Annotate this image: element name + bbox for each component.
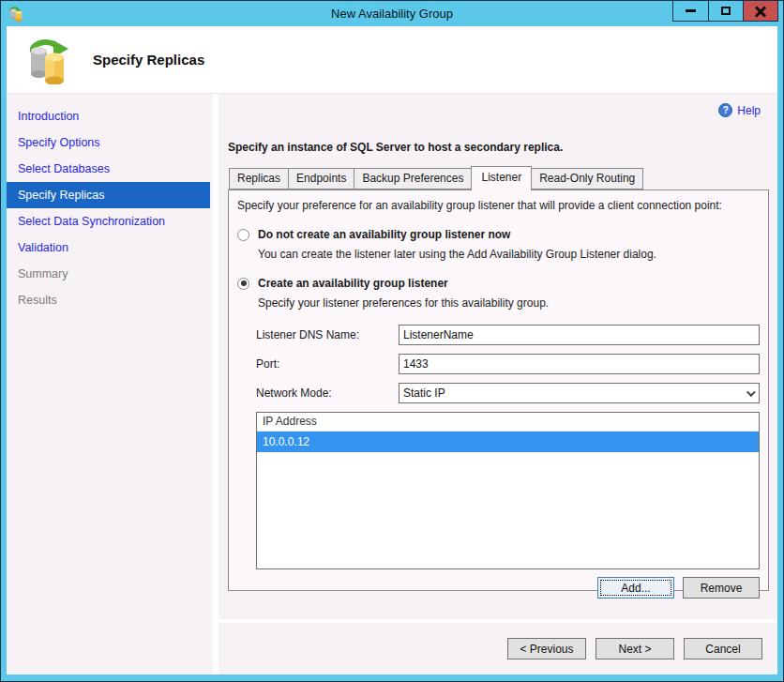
port-row: Port: (256, 354, 760, 374)
sidebar-item-introduction[interactable]: Introduction (7, 103, 213, 129)
sidebar-item-specify-options[interactable]: Specify Options (7, 129, 213, 156)
maximize-button[interactable] (708, 1, 743, 21)
tab-listener[interactable]: Listener (471, 166, 532, 190)
ip-list-buttons: Add... Remove (237, 577, 760, 599)
help-icon: ? (718, 103, 732, 117)
radio-create-listener-description: Specify your listener preferences for th… (258, 296, 760, 310)
wizard-body: Introduction Specify Options Select Data… (7, 94, 777, 674)
new-availability-group-window: New Availability Group Specify Replicas (0, 0, 784, 682)
radio-no-listener-description: You can create the listener later using … (258, 248, 760, 261)
window-title: New Availability Group (7, 7, 777, 21)
maximize-icon (721, 7, 731, 15)
ip-address-column-header: IP Address (257, 413, 759, 432)
add-button[interactable]: Add... (597, 577, 674, 599)
wizard-header: Specify Replicas (7, 26, 777, 94)
minimize-button[interactable] (673, 1, 708, 21)
page-title: Specify Replicas (93, 52, 204, 68)
sidebar-item-select-data-synchronization[interactable]: Select Data Synchronization (7, 208, 213, 235)
footer: < Previous Next > Cancel (219, 623, 777, 674)
window-controls (672, 0, 778, 22)
dns-name-label: Listener DNS Name: (256, 328, 399, 341)
port-input[interactable] (399, 354, 760, 374)
tab-replicas[interactable]: Replicas (229, 168, 289, 189)
listener-tab-panel: Specify your preference for an availabil… (228, 189, 769, 591)
radio-no-listener-label: Do not create an availability group list… (258, 228, 510, 241)
dns-name-input[interactable] (399, 325, 760, 345)
network-mode-select[interactable]: Static IP (399, 383, 760, 403)
titlebar: New Availability Group (7, 1, 777, 26)
listener-form: Listener DNS Name: Port: Network Mode: (256, 325, 760, 403)
sidebar-item-specify-replicas[interactable]: Specify Replicas (7, 182, 210, 208)
tab-strip: Replicas Endpoints Backup Preferences Li… (228, 166, 769, 189)
close-button[interactable] (743, 1, 777, 21)
radio-create-listener-label: Create an availability group listener (258, 277, 448, 290)
close-icon (755, 6, 766, 17)
help-link[interactable]: ? Help (718, 103, 761, 117)
network-mode-label: Network Mode: (256, 386, 399, 400)
instruction-text: Specify an instance of SQL Server to hos… (228, 141, 769, 154)
radio-row-no-listener[interactable]: Do not create an availability group list… (237, 228, 760, 241)
tab-read-only-routing[interactable]: Read-Only Routing (532, 168, 643, 189)
sidebar-item-select-databases[interactable]: Select Databases (7, 156, 213, 182)
port-label: Port: (256, 357, 399, 371)
radio-row-create-listener[interactable]: Create an availability group listener (237, 277, 760, 290)
ip-address-row[interactable]: 10.0.0.12 (257, 432, 759, 452)
network-mode-row: Network Mode: Static IP (256, 383, 760, 403)
network-mode-value: Static IP (403, 386, 445, 400)
dialog-client-area: Specify Replicas Introduction Specify Op… (7, 26, 777, 674)
chevron-down-icon (746, 387, 756, 397)
dns-name-row: Listener DNS Name: (256, 325, 760, 345)
database-sync-icon (27, 36, 74, 84)
main-column: ? Help Specify an instance of SQL Server… (219, 94, 777, 674)
help-label: Help (737, 104, 761, 117)
main-panel: ? Help Specify an instance of SQL Server… (219, 94, 777, 619)
listener-preference-text: Specify your preference for an availabil… (237, 199, 760, 212)
wizard-steps-sidebar: Introduction Specify Options Select Data… (7, 94, 213, 674)
ip-address-list[interactable]: IP Address 10.0.0.12 (256, 412, 760, 569)
sidebar-item-validation[interactable]: Validation (7, 235, 213, 261)
tab-backup-preferences[interactable]: Backup Preferences (354, 168, 472, 189)
next-button[interactable]: Next > (596, 638, 674, 659)
remove-button[interactable]: Remove (683, 577, 760, 599)
sidebar-item-results: Results (7, 287, 213, 313)
cancel-button[interactable]: Cancel (684, 638, 762, 659)
radio-create-listener[interactable] (237, 278, 249, 290)
radio-no-listener[interactable] (237, 229, 249, 241)
tab-endpoints[interactable]: Endpoints (289, 168, 354, 189)
sidebar-item-summary: Summary (7, 261, 213, 287)
minimize-icon (686, 9, 696, 12)
previous-button[interactable]: < Previous (507, 638, 586, 659)
